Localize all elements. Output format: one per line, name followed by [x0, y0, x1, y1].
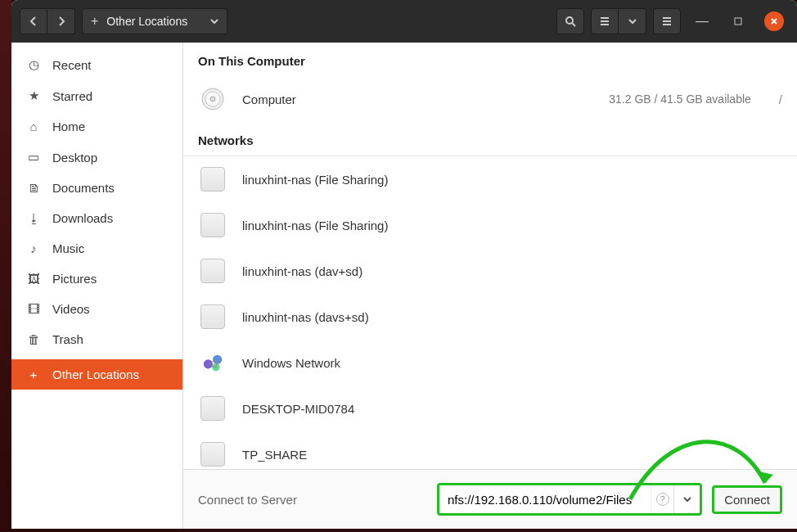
- close-icon: [770, 17, 778, 25]
- hamburger-menu-button[interactable]: [653, 8, 681, 34]
- sidebar-item-desktop[interactable]: ▭Desktop: [11, 142, 182, 173]
- search-icon: [565, 16, 576, 27]
- desktop-background: [0, 0, 11, 532]
- sidebar-item-other-locations[interactable]: +Other Locations: [11, 359, 182, 390]
- close-button[interactable]: [764, 11, 784, 31]
- network-drive-icon: [200, 167, 225, 192]
- forward-button[interactable]: [47, 8, 75, 34]
- location-row-windows-network[interactable]: Windows Network: [183, 340, 797, 385]
- svg-line-1: [572, 23, 575, 26]
- location-row-network[interactable]: DESKTOP-MID0784: [183, 385, 797, 431]
- minimize-icon: —: [696, 14, 709, 29]
- sidebar-item-label: Starred: [52, 89, 92, 103]
- minimize-button[interactable]: —: [692, 11, 712, 31]
- plus-icon: +: [26, 367, 41, 381]
- svg-point-0: [566, 17, 573, 24]
- maximize-icon: [734, 17, 742, 25]
- download-icon: ⭳: [26, 211, 41, 225]
- recent-servers-button[interactable]: [673, 485, 700, 513]
- connect-button[interactable]: Connect: [712, 485, 782, 514]
- sidebar-item-label: Trash: [52, 332, 83, 346]
- main-pane: On This Computer Computer 31.2 GB / 41.5…: [183, 43, 797, 529]
- titlebar: + Other Locations —: [11, 0, 797, 43]
- svg-rect-2: [735, 18, 741, 25]
- sidebar-item-documents[interactable]: 🗎Documents: [11, 173, 182, 203]
- sidebar: ◷Recent ★Starred ⌂Home ▭Desktop 🗎Documen…: [11, 43, 183, 529]
- music-icon: ♪: [26, 241, 41, 255]
- help-button[interactable]: ?: [651, 485, 673, 513]
- hamburger-icon: [661, 16, 673, 27]
- file-manager-window: + Other Locations —: [11, 0, 797, 529]
- location-label: linuxhint-nas (File Sharing): [242, 173, 782, 187]
- sidebar-item-starred[interactable]: ★Starred: [11, 80, 182, 111]
- sidebar-item-recent[interactable]: ◷Recent: [11, 49, 182, 80]
- sidebar-item-label: Other Locations: [52, 367, 139, 381]
- location-info: 31.2 GB / 41.5 GB available: [609, 92, 751, 106]
- server-address-group: ?: [437, 483, 702, 516]
- help-icon: ?: [656, 493, 669, 506]
- chevron-left-icon: [29, 16, 38, 26]
- sidebar-item-trash[interactable]: 🗑Trash: [11, 324, 182, 354]
- location-list[interactable]: On This Computer Computer 31.2 GB / 41.5…: [183, 43, 797, 469]
- sidebar-item-pictures[interactable]: 🖼Pictures: [11, 264, 182, 294]
- sidebar-item-label: Documents: [52, 181, 115, 195]
- location-row-network[interactable]: linuxhint-nas (dav+sd): [183, 248, 797, 294]
- location-row-network[interactable]: linuxhint-nas (File Sharing): [183, 156, 797, 202]
- location-mount: /: [779, 92, 782, 106]
- location-bar[interactable]: + Other Locations: [82, 8, 227, 34]
- sidebar-item-home[interactable]: ⌂Home: [11, 111, 182, 142]
- section-heading-networks: Networks: [183, 122, 797, 156]
- location-label: linuxhint-nas (davs+sd): [242, 310, 782, 324]
- sidebar-item-label: Videos: [52, 302, 90, 316]
- location-label: linuxhint-nas (File Sharing): [242, 219, 782, 232]
- sidebar-item-downloads[interactable]: ⭳Downloads: [11, 203, 182, 233]
- desktop-icon: ▭: [26, 150, 41, 165]
- back-button[interactable]: [20, 8, 47, 34]
- location-label: TP_SHARE: [242, 448, 782, 462]
- view-button-group: [591, 8, 646, 34]
- video-icon: 🎞: [26, 302, 41, 316]
- picture-icon: 🖼: [26, 272, 41, 286]
- chevron-down-icon: [683, 495, 691, 503]
- network-drive-icon: [200, 396, 225, 421]
- chevron-down-icon: [210, 17, 218, 25]
- window-body: ◷Recent ★Starred ⌂Home ▭Desktop 🗎Documen…: [11, 43, 797, 529]
- location-label: Windows Network: [242, 356, 782, 370]
- network-drive-icon: [200, 442, 225, 467]
- sidebar-item-label: Recent: [52, 58, 92, 72]
- clock-icon: ◷: [26, 57, 41, 72]
- nav-button-group: [20, 8, 75, 34]
- server-address-input[interactable]: [439, 493, 651, 507]
- location-row-network[interactable]: TP_SHARE: [183, 431, 797, 469]
- sidebar-item-label: Downloads: [52, 211, 113, 225]
- location-label: DESKTOP-MID0784: [242, 402, 782, 416]
- sidebar-item-label: Home: [52, 119, 85, 133]
- location-label: Other Locations: [106, 15, 187, 28]
- document-icon: 🗎: [26, 181, 41, 195]
- network-drive-icon: [200, 213, 225, 237]
- sidebar-item-music[interactable]: ♪Music: [11, 233, 182, 264]
- list-icon: [599, 16, 610, 27]
- sidebar-item-videos[interactable]: 🎞Videos: [11, 294, 182, 324]
- location-label: linuxhint-nas (dav+sd): [242, 264, 782, 278]
- home-icon: ⌂: [26, 119, 41, 133]
- location-row-computer[interactable]: Computer 31.2 GB / 41.5 GB available /: [183, 76, 797, 122]
- sidebar-item-label: Desktop: [52, 151, 97, 165]
- connect-to-server-bar: Connect to Server ? Connect: [183, 469, 797, 529]
- star-icon: ★: [26, 88, 41, 103]
- network-drive-icon: [200, 304, 225, 329]
- list-view-button[interactable]: [591, 8, 619, 34]
- connect-label: Connect to Server: [198, 493, 427, 507]
- location-row-network[interactable]: linuxhint-nas (File Sharing): [183, 202, 797, 248]
- location-label: Computer: [242, 92, 594, 106]
- search-button[interactable]: [556, 8, 584, 34]
- location-row-network[interactable]: linuxhint-nas (davs+sd): [183, 294, 797, 340]
- section-heading-computer: On This Computer: [183, 43, 797, 76]
- sidebar-item-label: Pictures: [52, 272, 97, 286]
- chevron-down-icon: [628, 17, 637, 25]
- sidebar-item-label: Music: [52, 241, 84, 255]
- view-options-button[interactable]: [619, 8, 646, 34]
- network-drive-icon: [200, 259, 225, 283]
- chevron-right-icon: [56, 16, 66, 26]
- maximize-button[interactable]: [728, 11, 748, 31]
